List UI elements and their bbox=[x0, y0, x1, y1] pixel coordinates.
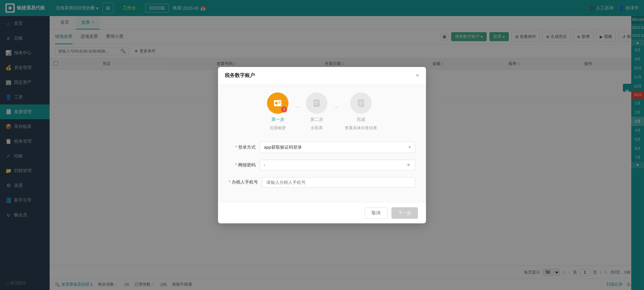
phone-label: 办税人手机号 bbox=[229, 179, 258, 185]
svg-rect-14 bbox=[359, 102, 362, 103]
dialog-step-2: 第二步 去取票 bbox=[306, 92, 327, 131]
svg-rect-8 bbox=[315, 101, 319, 102]
step3-label: 完成 bbox=[357, 117, 365, 123]
tax-dialog: 税务数字账户 × ! bbox=[218, 67, 426, 223]
password-input-wrap: • 👁 bbox=[260, 160, 415, 170]
phone-input-wrap bbox=[262, 177, 415, 188]
step3-icon-wrap bbox=[350, 92, 372, 114]
svg-rect-4 bbox=[278, 101, 281, 102]
password-eye-toggle[interactable]: 👁 bbox=[406, 162, 411, 168]
dialog-header: 税务数字账户 × bbox=[218, 67, 426, 84]
dialog-footer: 取消 下一步 bbox=[218, 202, 426, 223]
password-label: 网报密码 bbox=[229, 162, 256, 168]
login-method-control: app获取验证码登录 ▾ bbox=[260, 142, 415, 153]
step3-desc: 查看具体任务结果 bbox=[345, 125, 377, 131]
dialog-body: ! 第一步 完善账密 → bbox=[218, 84, 426, 202]
phone-control bbox=[262, 177, 415, 188]
step-arrow-1: → bbox=[294, 103, 301, 111]
login-method-select[interactable]: app获取验证码登录 ▾ bbox=[260, 142, 415, 153]
login-dropdown-icon: ▾ bbox=[409, 145, 411, 150]
next-button[interactable]: 下一步 bbox=[391, 207, 418, 219]
svg-rect-10 bbox=[315, 104, 317, 104]
phone-input[interactable] bbox=[266, 180, 411, 185]
dialog-form: 登录方式 app获取验证码登录 ▾ 网报密码 • 👁 bbox=[229, 142, 415, 188]
svg-rect-13 bbox=[359, 101, 363, 101]
password-control: • 👁 bbox=[260, 160, 415, 170]
dialog-title: 税务数字账户 bbox=[225, 72, 255, 79]
login-method-label: 登录方式 bbox=[229, 144, 256, 150]
step2-desc: 去取票 bbox=[311, 125, 323, 131]
step2-label: 第二步 bbox=[310, 117, 323, 123]
step1-desc: 完善账密 bbox=[270, 125, 286, 131]
login-method-value: app获取验证码登录 bbox=[264, 144, 302, 150]
password-dot: • bbox=[264, 163, 265, 166]
svg-rect-15 bbox=[359, 103, 362, 104]
form-row-login: 登录方式 app获取验证码登录 ▾ bbox=[229, 142, 415, 153]
dialog-steps: ! 第一步 完善账密 → bbox=[229, 92, 415, 131]
svg-point-3 bbox=[275, 102, 278, 104]
svg-rect-9 bbox=[315, 102, 318, 103]
step1-label: 第一步 bbox=[271, 117, 284, 123]
dialog-step-1: ! 第一步 完善账密 bbox=[267, 92, 288, 131]
modal-overlay[interactable]: 税务数字账户 × ! bbox=[0, 0, 644, 290]
form-row-password: 网报密码 • 👁 bbox=[229, 160, 415, 170]
cancel-button[interactable]: 取消 bbox=[365, 207, 387, 219]
step2-icon-wrap bbox=[306, 92, 327, 114]
step-arrow-2: → bbox=[333, 103, 339, 111]
step1-icon-wrap: ! bbox=[267, 92, 288, 114]
step1-error-badge: ! bbox=[281, 106, 287, 113]
form-row-phone: 办税人手机号 bbox=[229, 177, 415, 188]
dialog-step-3: 完成 查看具体任务结果 bbox=[345, 92, 377, 131]
svg-rect-5 bbox=[278, 103, 280, 103]
dialog-close-btn[interactable]: × bbox=[416, 72, 419, 78]
